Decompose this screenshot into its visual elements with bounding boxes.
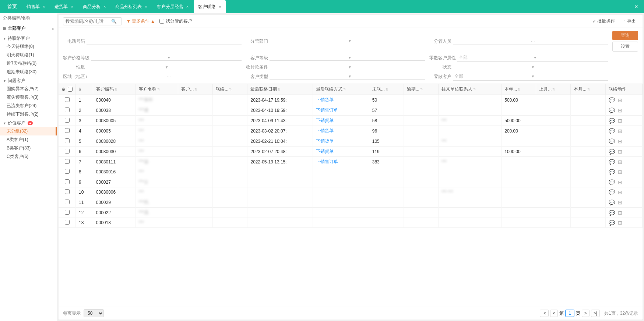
chat-icon[interactable]: 💬 (609, 220, 615, 226)
chat-icon[interactable]: 💬 (609, 149, 615, 155)
grid-action-icon[interactable]: ⊞ (618, 189, 622, 195)
my-customers-checkbox[interactable] (159, 19, 164, 24)
sidebar-item-today[interactable]: 今天待联络(0) (0, 42, 57, 51)
chat-icon[interactable]: 💬 (609, 159, 615, 165)
close-analysis-list-icon[interactable]: × (145, 4, 147, 9)
grid-action-icon[interactable]: ⊞ (618, 128, 622, 134)
way-link[interactable]: 下销货单 (316, 97, 334, 102)
grid-action-icon[interactable]: ⊞ (618, 220, 622, 226)
sidebar-item-churned[interactable]: 已流失客户(24) (0, 102, 57, 110)
nav-home[interactable]: 首页 (3, 3, 21, 10)
chat-icon[interactable]: 💬 (609, 118, 615, 124)
way-link[interactable]: 下销货单 (316, 138, 334, 144)
last-page-button[interactable]: >| (591, 310, 600, 317)
sidebar-item-abnormal[interactable]: 囤购异常客户(2) (0, 85, 57, 93)
way-link[interactable]: 下销货单 (316, 128, 334, 133)
chat-icon[interactable]: 💬 (609, 169, 615, 175)
price-level-select[interactable]: ▼ (91, 55, 242, 61)
sidebar-item-7days[interactable]: 近7天待联络(0) (0, 59, 57, 68)
sidebar-item-declining[interactable]: 持续下滑客户(2) (0, 110, 57, 119)
select-all-checkbox[interactable] (68, 87, 73, 92)
row-checkbox[interactable] (65, 107, 70, 112)
grid-action-icon[interactable]: ⊞ (618, 200, 622, 205)
sidebar-item-churn-warning[interactable]: 流失预警客户(3) (0, 93, 57, 102)
grid-action-icon[interactable]: ⊞ (618, 118, 622, 124)
status-select[interactable]: ▼ (453, 64, 608, 70)
grid-action-icon[interactable]: ⊞ (618, 169, 622, 175)
row-checkbox[interactable] (65, 149, 70, 154)
nav-tab-purchase[interactable]: 进货单 × (50, 0, 77, 13)
sidebar-group-pending[interactable]: ▼ 待联络客户 (0, 34, 57, 42)
sidebar-group-problem[interactable]: ▼ 问题客户 (0, 76, 57, 85)
next-page-button[interactable]: > (582, 310, 590, 317)
chat-icon[interactable]: 💬 (609, 97, 615, 103)
grid-action-icon[interactable]: ⊞ (618, 179, 622, 185)
row-checkbox[interactable] (65, 220, 70, 225)
phone-input[interactable] (87, 38, 242, 45)
way-link[interactable]: 下销售订单 (316, 107, 338, 113)
search-input[interactable] (66, 19, 110, 24)
sidebar-group-value[interactable]: ▼ 价值客户 ● (0, 119, 57, 127)
retail-attr-select[interactable]: 全部 ▼ (457, 54, 608, 62)
way-link[interactable]: 下销货单 (316, 149, 334, 154)
region-dots-icon[interactable]: ··· (166, 74, 240, 79)
close-sales-icon[interactable]: × (43, 4, 45, 9)
nature-select[interactable]: ▼ (87, 64, 242, 70)
export-button[interactable]: ↑ 导出 (622, 17, 638, 25)
grid-action-icon[interactable]: ⊞ (618, 149, 622, 155)
sidebar-item-ungroup[interactable]: 未分组(32) (0, 127, 57, 135)
reset-button[interactable]: 设置 (612, 42, 638, 52)
grid-action-icon[interactable]: ⊞ (618, 210, 622, 216)
bulk-ops-button[interactable]: ✓ 批量操作 (590, 17, 617, 25)
row-checkbox[interactable] (65, 138, 70, 143)
sidebar-search-input[interactable] (3, 15, 57, 21)
way-link[interactable]: 下销售订单 (316, 159, 338, 164)
row-checkbox[interactable] (65, 118, 70, 123)
grid-action-icon[interactable]: ⊞ (618, 97, 622, 103)
person-dots-icon[interactable]: ··· (529, 39, 606, 44)
page-size-select[interactable]: 50 100 (84, 309, 104, 317)
grid-action-icon[interactable]: ⊞ (618, 159, 622, 165)
search-icon[interactable]: 🔍 (111, 19, 117, 24)
payment-select[interactable]: ▼ (270, 64, 425, 70)
sidebar-collapse-icon[interactable]: « (52, 27, 54, 31)
sidebar-all-customers[interactable]: ⊞ 全部客户 « (0, 23, 57, 34)
row-checkbox[interactable] (65, 169, 70, 174)
nav-tab-customer-mgmt[interactable]: 客户分层经营 × (152, 0, 193, 13)
nav-tab-analysis[interactable]: 商品分析 × (78, 0, 110, 13)
dept-select[interactable]: ▼ (270, 38, 425, 44)
window-close-button[interactable]: × (631, 3, 641, 11)
chat-icon[interactable]: 💬 (609, 107, 615, 113)
cust-level-select[interactable]: ▼ (270, 55, 425, 61)
close-purchase-icon[interactable]: × (71, 4, 73, 9)
chat-icon[interactable]: 💬 (609, 189, 615, 195)
chat-icon[interactable]: 💬 (609, 200, 615, 205)
sidebar-item-type-b[interactable]: B类客户(33) (0, 144, 57, 152)
chat-icon[interactable]: 💬 (609, 128, 615, 134)
settings-icon[interactable]: ⚙ (61, 87, 66, 92)
nav-tab-customer-contact[interactable]: 客户联络 × (194, 0, 225, 13)
row-checkbox[interactable] (65, 128, 70, 133)
row-checkbox[interactable] (65, 200, 70, 204)
chat-icon[interactable]: 💬 (609, 210, 615, 216)
row-checkbox[interactable] (65, 97, 70, 102)
way-link[interactable]: 下销货单 (316, 118, 334, 123)
sidebar-item-type-c[interactable]: C类客户(6) (0, 152, 57, 161)
row-checkbox[interactable] (65, 159, 70, 164)
row-checkbox[interactable] (65, 179, 70, 184)
close-analysis-icon[interactable]: × (103, 4, 106, 9)
sidebar-item-type-a[interactable]: A类客户(1) (0, 135, 57, 144)
chat-icon[interactable]: 💬 (609, 138, 615, 144)
grid-action-icon[interactable]: ⊞ (618, 107, 622, 113)
chat-icon[interactable]: 💬 (609, 179, 615, 185)
nav-tab-analysis-list[interactable]: 商品分析列表 × (111, 0, 151, 13)
grid-action-icon[interactable]: ⊞ (618, 138, 622, 144)
cust-type-select[interactable]: ▼ (270, 74, 425, 80)
nav-tab-sales[interactable]: 销售单 × (22, 0, 49, 13)
sidebar-item-tomorrow[interactable]: 明天待联络(1) (0, 51, 57, 59)
row-checkbox[interactable] (65, 189, 70, 194)
close-customer-contact-icon[interactable]: × (219, 4, 221, 9)
sidebar-item-overdue[interactable]: 逾期未联络(30) (0, 68, 57, 76)
prev-page-button[interactable]: < (550, 310, 558, 317)
retail-cust-select[interactable]: 全部 ▼ (453, 73, 608, 81)
